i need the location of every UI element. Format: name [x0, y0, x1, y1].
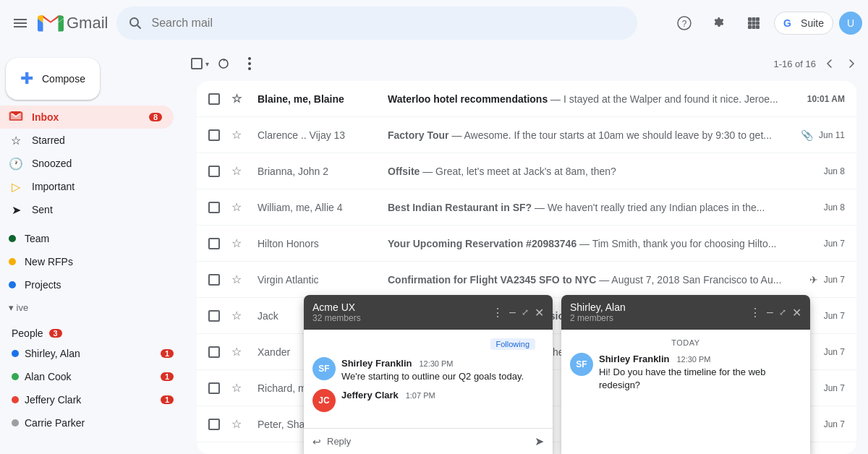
- table-row[interactable]: ☆ Blaine, me, Blaine Waterloo hotel reco…: [197, 81, 856, 117]
- projects-label: Projects: [25, 279, 61, 291]
- email-checkbox-4[interactable]: [208, 202, 226, 213]
- email-checkbox-7[interactable]: [208, 310, 226, 322]
- email-star-2[interactable]: ☆: [231, 128, 249, 142]
- sidebar-item-snoozed[interactable]: 🕐 Snoozed: [0, 152, 174, 175]
- people-section: People 3 Shirley, Alan 1 Alan Cook 1 Jef…: [0, 319, 185, 440]
- email-checkbox-9[interactable]: [208, 382, 226, 394]
- email-checkbox-8[interactable]: [208, 346, 226, 358]
- email-checkbox-5[interactable]: [208, 238, 226, 249]
- shirley-expand-icon[interactable]: ⤢: [779, 307, 786, 317]
- svg-rect-10: [752, 22, 756, 25]
- search-icon: [128, 16, 142, 30]
- email-meta-4: Jun 8: [824, 202, 845, 213]
- apps-button[interactable]: [739, 9, 768, 38]
- table-row[interactable]: ☆ Clarence .. Vijay 13 Factory Tour — Aw…: [197, 117, 856, 153]
- sidebar-item-projects[interactable]: Projects: [0, 273, 174, 296]
- acme-minimize-icon[interactable]: –: [509, 306, 516, 319]
- more-labels-button[interactable]: ▾ ive: [0, 296, 185, 319]
- subject-text-1: Waterloo hotel recommendations: [388, 93, 548, 105]
- email-star-9[interactable]: ☆: [231, 381, 249, 395]
- user-avatar[interactable]: U: [839, 12, 862, 35]
- person-alan-cook[interactable]: Alan Cook 1: [0, 365, 185, 388]
- svg-rect-14: [756, 25, 760, 29]
- shirley-more-icon[interactable]: ⋮: [749, 306, 761, 320]
- gsuite-button[interactable]: G Suite: [774, 12, 833, 35]
- snoozed-label: Snoozed: [32, 158, 72, 169]
- search-input[interactable]: [151, 17, 626, 30]
- email-star-5[interactable]: ☆: [231, 236, 249, 250]
- shirley-minimize-icon[interactable]: –: [767, 306, 773, 319]
- subject-text-2: Factory Tour: [388, 129, 449, 141]
- svg-point-3: [130, 18, 138, 26]
- email-sender-6: Virgin Atlantic: [258, 274, 388, 286]
- help-button[interactable]: ?: [670, 9, 699, 38]
- acme-chat-members: 32 members: [312, 313, 486, 323]
- email-star-4[interactable]: ☆: [231, 200, 249, 214]
- shirley-msg-text-1: Hi! Do you have the timeline for the web…: [599, 366, 801, 392]
- email-star-3[interactable]: ☆: [231, 164, 249, 178]
- person-jeffery-clark[interactable]: Jeffery Clark 1: [0, 388, 185, 411]
- email-count: 1-16 of 16: [773, 53, 862, 74]
- more-options-button[interactable]: [238, 52, 261, 75]
- person-carrie-parker[interactable]: Carrie Parker: [0, 411, 185, 434]
- snoozed-icon: 🕐: [9, 157, 23, 171]
- email-star-8[interactable]: ☆: [231, 345, 249, 359]
- svg-point-16: [248, 57, 251, 60]
- sidebar-item-sent[interactable]: ➤ Sent: [0, 198, 174, 221]
- sidebar-item-important[interactable]: ▷ Important: [0, 175, 174, 198]
- email-sender-2: Clarence .. Vijay 13: [258, 129, 388, 141]
- reply-send-icon[interactable]: ➤: [535, 434, 544, 448]
- refresh-button[interactable]: [212, 52, 235, 75]
- acme-more-icon[interactable]: ⋮: [492, 306, 503, 320]
- subject-text-4: Best Indian Restaurant in SF?: [388, 202, 532, 213]
- acme-chat-header: Acme UX 32 members ⋮ – ⤢ ✕: [304, 295, 553, 330]
- acme-expand-icon[interactable]: ⤢: [522, 307, 529, 317]
- table-row[interactable]: ☆ William, me, Allie 4 Best Indian Resta…: [197, 189, 856, 226]
- email-meta-3: Jun 8: [824, 166, 845, 176]
- person-badge-alan: 1: [161, 372, 174, 381]
- acme-close-icon[interactable]: ✕: [535, 306, 544, 320]
- email-star-10[interactable]: ☆: [231, 417, 249, 431]
- email-sender-3: Brianna, John 2: [258, 166, 388, 177]
- email-star-7[interactable]: ☆: [231, 309, 249, 322]
- chat-msg-content-2: Jeffery Clark 1:07 PM: [341, 389, 544, 412]
- sent-icon: ➤: [9, 203, 23, 217]
- person-badge-jeffery: 1: [161, 395, 174, 404]
- gsuite-label: Suite: [801, 17, 824, 29]
- sidebar-item-starred[interactable]: ☆ Starred: [0, 129, 174, 152]
- acme-chat-body: Following SF Shirley Franklin 12:30 PM W…: [304, 330, 553, 428]
- email-subject-1: Waterloo hotel recommendations — I staye…: [388, 93, 801, 105]
- compose-button[interactable]: ✚ Compose: [6, 58, 100, 100]
- select-dropdown[interactable]: ▾: [205, 60, 209, 68]
- email-checkbox-1[interactable]: [208, 93, 226, 105]
- email-star-1[interactable]: ☆: [231, 92, 249, 106]
- email-checkbox-6[interactable]: [208, 274, 226, 286]
- email-checkbox-10[interactable]: [208, 419, 226, 430]
- table-row[interactable]: ☆ Brianna, John 2 Offsite — Great, let's…: [197, 153, 856, 189]
- email-star-6[interactable]: ☆: [231, 273, 249, 286]
- shirley-close-icon[interactable]: ✕: [792, 306, 801, 320]
- next-page-button[interactable]: [842, 53, 862, 74]
- chat-message-1: SF Shirley Franklin 12:30 PM We're start…: [312, 357, 544, 383]
- sidebar-item-new-rfps[interactable]: New RFPs: [0, 250, 174, 273]
- person-shirley-alan[interactable]: Shirley, Alan 1: [0, 342, 185, 365]
- acme-reply-bar[interactable]: ↩ Reply ➤: [304, 428, 553, 454]
- table-row[interactable]: ☆ Hilton Honors Your Upcoming Reservatio…: [197, 226, 856, 262]
- email-meta-2: 📎 Jun 11: [801, 129, 845, 141]
- preview-1: — I stayed at the Walper and found it ni…: [550, 93, 778, 105]
- menu-button[interactable]: [6, 9, 35, 38]
- sidebar-item-inbox[interactable]: Inbox 8: [0, 106, 174, 129]
- table-row[interactable]: ☆ Virgin Atlantic Confirmation for Fligh…: [197, 262, 856, 298]
- email-subject-5: Your Upcoming Reservation #20983746 — Ti…: [388, 238, 818, 249]
- settings-button[interactable]: [705, 9, 733, 38]
- preview-6: — August 7, 2018 San Francisco to Au...: [599, 274, 781, 286]
- email-checkbox-3[interactable]: [208, 166, 226, 177]
- svg-rect-12: [748, 25, 752, 29]
- chat-msg-time-1: 12:30 PM: [419, 359, 453, 368]
- select-all-checkbox[interactable]: [191, 58, 203, 69]
- preview-3: — Great, let's meet at Jack's at 8am, th…: [422, 166, 616, 177]
- search-bar[interactable]: [116, 7, 637, 40]
- email-checkbox-2[interactable]: [208, 129, 226, 141]
- sidebar-item-team[interactable]: Team: [0, 227, 174, 250]
- prev-page-button[interactable]: [819, 53, 839, 74]
